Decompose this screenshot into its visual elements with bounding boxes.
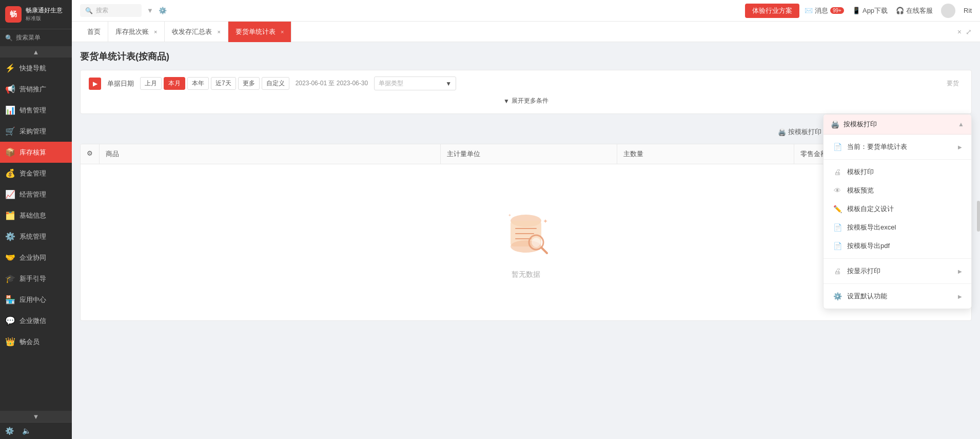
dropdown-template-print-item[interactable]: 🖨 模板打印 (824, 163, 971, 181)
order-type-select[interactable]: 单据类型 ▼ (374, 77, 456, 90)
user-avatar[interactable] (941, 4, 955, 18)
svg-text:✦: ✦ (508, 213, 512, 218)
tab-receipts-summary-close[interactable]: × (217, 29, 220, 35)
order-type-placeholder: 单据类型 (379, 79, 443, 88)
sidebar-scroll-down[interactable]: ▼ (0, 411, 72, 422)
svg-text:✦: ✦ (543, 218, 548, 225)
dropdown-template-design-item[interactable]: ✏️ 模板自定义设计 (824, 200, 971, 218)
date-btn-this-month[interactable]: 本月 (164, 77, 185, 90)
page-title: 要货单统计表(按商品) (80, 50, 972, 63)
tab-order-stats[interactable]: 要货单统计表 × (228, 22, 291, 42)
sidebar-settings-icon[interactable]: ⚙️ (5, 427, 14, 435)
system-icon: ⚙️ (5, 232, 15, 241)
dropdown-export-excel-item[interactable]: 📄 按模板导出excel (824, 218, 971, 237)
top-search[interactable]: 🔍 搜索 (80, 4, 142, 17)
dropdown-display-print-item[interactable]: 🖨 按显示打印 ▶ (824, 262, 971, 280)
sidebar-item-label: 基础信息 (19, 211, 46, 220)
marketing-icon: 📢 (5, 84, 15, 94)
online-service-label: 在线客服 (906, 6, 933, 15)
sidebar-item-label: 营销推广 (19, 85, 46, 94)
sidebar-item-vip[interactable]: 👑 畅会员 (0, 331, 72, 352)
sidebar-item-wechat[interactable]: 💬 企业微信 (0, 310, 72, 331)
dropdown-default-func-item[interactable]: ⚙️ 设置默认功能 ▶ (824, 287, 971, 306)
dropdown-up-arrow: ▲ (958, 121, 964, 128)
col-product-header: 商品 (100, 144, 441, 164)
scrollbar-thumb[interactable] (977, 201, 980, 232)
tab-bar: 首页 库存批次账 × 收发存汇总表 × 要货单统计表 × × ⤢ (72, 22, 980, 42)
sidebar-scroll-up[interactable]: ▲ (0, 46, 72, 58)
sidebar-item-label: 企业微信 (19, 316, 46, 326)
expand-conditions-btn[interactable]: ▼ 展开更多条件 (499, 94, 553, 107)
tab-home[interactable]: 首页 (80, 22, 108, 42)
dropdown-current-item[interactable]: 📄 当前：要货单统计表 ▶ (824, 138, 971, 156)
sidebar-bottom: ⚙️ 🔈 (0, 422, 72, 439)
date-btn-more[interactable]: 更多 (238, 77, 260, 90)
tab-receipts-summary[interactable]: 收发存汇总表 × (165, 22, 228, 42)
sidebar-item-sales[interactable]: 📊 销售管理 (0, 100, 72, 121)
sidebar-search[interactable]: 🔍 搜索菜单 (0, 29, 72, 46)
sidebar-item-system[interactable]: ⚙️ 系统管理 (0, 226, 72, 247)
filter-expand-btn[interactable]: ▶ (89, 78, 101, 90)
dropdown-default-section: ⚙️ 设置默认功能 ▶ (824, 284, 971, 309)
sidebar-item-purchase[interactable]: 🛒 采购管理 (0, 121, 72, 142)
sidebar-item-marketing[interactable]: 📢 营销推广 (0, 79, 72, 100)
online-service-btn[interactable]: 🎧 在线客服 (896, 6, 933, 15)
dropdown-template-preview-item[interactable]: 👁 模板预览 (824, 181, 971, 200)
tab-close-all-icon[interactable]: × (957, 28, 962, 36)
expand-label: 展开更多条件 (512, 97, 548, 105)
sidebar-item-inventory[interactable]: 📦 库存核算 (0, 142, 72, 163)
app-download-label: App下载 (863, 6, 888, 15)
col-unit-header: 主计量单位 (441, 144, 618, 164)
sidebar-item-appstore[interactable]: 🏪 应用中心 (0, 289, 72, 310)
sidebar-audio-icon[interactable]: 🔈 (22, 427, 31, 435)
display-print-arrow-icon: ▶ (958, 269, 962, 274)
dropdown-default-func-label: 设置默认功能 (847, 292, 953, 301)
page-content: 要货单统计表(按商品) ▶ 单据日期 上月 本月 本年 近7天 更多 自定义 2… (72, 42, 980, 439)
date-btn-7days[interactable]: 近7天 (211, 77, 236, 90)
enterprise-icon: 🤝 (5, 253, 15, 262)
header-settings-icon[interactable]: ⚙️ (159, 7, 167, 14)
sidebar-item-finance[interactable]: 💰 资金管理 (0, 163, 72, 184)
empty-text: 暂无数据 (512, 270, 540, 279)
sidebar-item-label: 新手引导 (19, 274, 46, 283)
dropdown-template-print-label: 模板打印 (847, 167, 962, 177)
dropdown-main-section: 🖨 模板打印 👁 模板预览 ✏️ 模板自定义设计 📄 按模板导出excel 📄 (824, 160, 971, 259)
sales-icon: 📊 (5, 105, 15, 115)
filter-row-date: ▶ 单据日期 上月 本月 本年 近7天 更多 自定义 2023-06-01 至 … (89, 77, 963, 90)
template-design-menu-icon: ✏️ (833, 205, 842, 213)
date-btn-this-year[interactable]: 本年 (187, 77, 209, 90)
sidebar-item-quick-nav[interactable]: ⚡ 快捷导航 (0, 58, 72, 79)
sidebar-item-operations[interactable]: 📈 经营管理 (0, 184, 72, 205)
svg-point-7 (532, 238, 541, 247)
date-btn-custom[interactable]: 自定义 (262, 77, 289, 90)
industry-solution-button[interactable]: 体验行业方案 (745, 4, 799, 18)
tab-batch-account-close[interactable]: × (154, 29, 157, 35)
col-settings-header[interactable]: ⚙ (81, 144, 100, 164)
tab-maximize-icon[interactable]: ⤢ (966, 28, 972, 36)
sidebar-item-enterprise[interactable]: 🤝 企业协同 (0, 247, 72, 268)
dropdown-title: 按模板打印 (844, 120, 954, 129)
export-excel-menu-icon: 📄 (833, 223, 842, 232)
main-area: 🔍 搜索 ▼ ⚙️ 体验行业方案 ✉️ 消息 99+ 📱 App下载 🎧 在线客… (72, 0, 980, 439)
messages-btn[interactable]: ✉️ 消息 99+ (805, 6, 844, 15)
sidebar-item-basic[interactable]: 🗂️ 基础信息 (0, 205, 72, 226)
dropdown-header: 🖨️ 按模板打印 ▲ (824, 114, 971, 135)
current-arrow-icon: ▶ (958, 144, 962, 150)
newbie-icon: 🎓 (5, 274, 15, 283)
app-logo: 畅 畅康通好生意 标准版 (0, 0, 72, 29)
filter-bar: ▶ 单据日期 上月 本月 本年 近7天 更多 自定义 2023-06-01 至 … (80, 70, 972, 114)
app-download-btn[interactable]: 📱 App下载 (852, 6, 888, 15)
empty-illustration: ✦ ✦ (498, 205, 554, 262)
dropdown-export-pdf-item[interactable]: 📄 按模板导出pdf (824, 237, 971, 255)
service-icon: 🎧 (896, 7, 904, 14)
sidebar: 畅 畅康通好生意 标准版 🔍 搜索菜单 ▲ ⚡ 快捷导航 📢 营销推广 📊 销售… (0, 0, 72, 439)
sidebar-item-newbie[interactable]: 🎓 新手引导 (0, 268, 72, 289)
tab-order-stats-close[interactable]: × (281, 29, 284, 35)
tab-batch-account[interactable]: 库存批次账 × (108, 22, 165, 42)
date-btn-last-month[interactable]: 上月 (140, 77, 162, 90)
filter-more-label: 要货 (947, 79, 959, 88)
quick-nav-icon: ⚡ (5, 63, 15, 73)
vip-icon: 👑 (5, 337, 15, 347)
tab-order-stats-label: 要货单统计表 (236, 27, 276, 36)
header-dropdown-icon[interactable]: ▼ (147, 7, 153, 14)
